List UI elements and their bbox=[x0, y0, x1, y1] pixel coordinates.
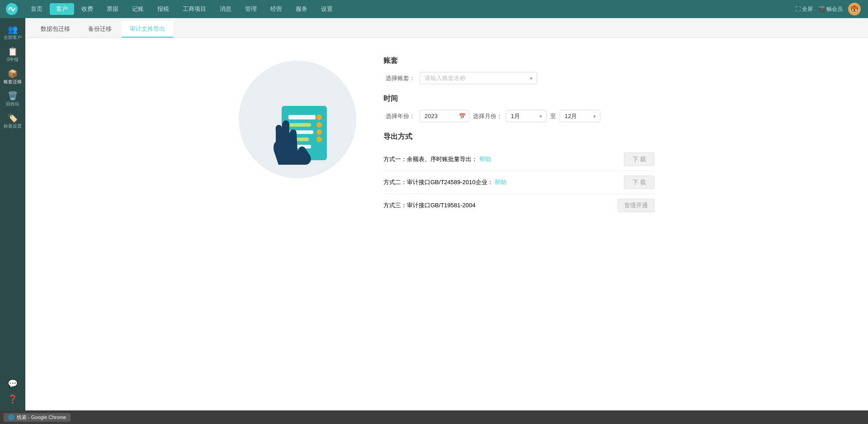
all-customers-icon: 👥 bbox=[8, 25, 18, 33]
nav-manage[interactable]: 管理 bbox=[239, 3, 263, 15]
nav-operation[interactable]: 经营 bbox=[264, 3, 288, 15]
member-icon: 🎬 bbox=[818, 6, 825, 12]
nav-service[interactable]: 服务 bbox=[289, 3, 314, 15]
account-label: 选择账套： bbox=[383, 74, 415, 82]
export-method-3-text: 方式三：审计接口GB/T19581-2004 bbox=[383, 202, 476, 209]
account-section-title: 账套 bbox=[383, 56, 655, 66]
sidebar: 👥 全部客户 📋 0申报 📦 账套迁移 🗑️ 回收站 🏷️ 标签设置 💬 ❓ bbox=[0, 18, 25, 410]
account-migrate-icon: 📦 bbox=[8, 70, 18, 78]
svg-point-8 bbox=[316, 122, 322, 128]
nav-bookkeeping[interactable]: 记账 bbox=[126, 3, 150, 15]
tab-audit-export[interactable]: 审计文件导出 bbox=[122, 21, 173, 38]
top-nav-right: ⛶ 全屏 🎬 畅会员 🐯 bbox=[795, 3, 861, 15]
export-method-2: 方式二：审计接口GB/T24589-2010企业： 帮助 下 载 bbox=[383, 171, 655, 194]
sidebar-item-zero-declare[interactable]: 📋 0申报 bbox=[0, 44, 25, 66]
nav-invoice[interactable]: 票据 bbox=[100, 3, 125, 15]
export-section-title: 导出方式 bbox=[383, 132, 655, 142]
nav-business[interactable]: 工商项目 bbox=[176, 3, 212, 15]
tab-backup-migrate[interactable]: 备份迁移 bbox=[80, 21, 120, 38]
time-row: 📅 选择月份： 1月2月3月 4月5月6月 7月8月9月 10月11月12月 bbox=[420, 110, 600, 122]
nav-fee[interactable]: 收费 bbox=[75, 3, 99, 15]
account-select-wrap: ▼ bbox=[420, 72, 537, 84]
chrome-icon: 🌐 bbox=[8, 414, 14, 420]
fullscreen-icon: ⛶ bbox=[795, 6, 801, 12]
export-method-2-text: 方式二：审计接口GB/T24589-2010企业： bbox=[383, 179, 493, 186]
time-section-title: 时间 bbox=[383, 94, 655, 104]
avatar[interactable]: 🐯 bbox=[848, 3, 861, 15]
taskbar: 🌐 线索 - Google Chrome bbox=[0, 410, 868, 424]
illustration-circle bbox=[239, 61, 356, 178]
sidebar-item-account-migrate[interactable]: 📦 账套迁移 bbox=[0, 66, 25, 88]
export-method-1-text: 方式一：余额表、序时账批量导出： bbox=[383, 156, 477, 162]
year-label: 选择年份： bbox=[383, 112, 415, 120]
main-layout: 👥 全部客户 📋 0申报 📦 账套迁移 🗑️ 回收站 🏷️ 标签设置 💬 ❓ bbox=[0, 18, 868, 410]
export-section: 导出方式 方式一：余额表、序时账批量导出： 帮助 下 载 方式二：审计接口GB/… bbox=[383, 132, 655, 217]
nav-message[interactable]: 消息 bbox=[213, 3, 238, 15]
month-label: 选择月份： bbox=[473, 112, 502, 120]
export-method-3-label: 方式三：审计接口GB/T19581-2004 bbox=[383, 201, 476, 210]
label-settings-icon: 🏷️ bbox=[8, 114, 18, 122]
form-area: 账套 选择账套： ▼ 时间 选择年份： bbox=[383, 52, 655, 227]
sidebar-item-recycle[interactable]: 🗑️ 回收站 bbox=[0, 88, 25, 110]
taskbar-item-label: 线索 - Google Chrome bbox=[17, 414, 66, 421]
member-btn[interactable]: 🎬 畅会员 bbox=[818, 5, 843, 13]
chat-icon: 💬 bbox=[8, 380, 18, 388]
month-start-select[interactable]: 1月2月3月 4月5月6月 7月8月9月 10月11月12月 bbox=[506, 110, 547, 122]
svg-rect-3 bbox=[288, 123, 311, 127]
illustration-svg bbox=[257, 74, 338, 165]
month-end-wrap: 1月2月3月 4月5月6月 7月8月9月 10月11月12月 ▼ bbox=[560, 110, 600, 122]
svg-point-7 bbox=[316, 114, 322, 120]
zero-declare-icon: 📋 bbox=[8, 48, 18, 56]
nav-home[interactable]: 首页 bbox=[24, 3, 49, 15]
sidebar-item-label-settings[interactable]: 🏷️ 标签设置 bbox=[0, 110, 25, 133]
month-end-select[interactable]: 1月2月3月 4月5月6月 7月8月9月 10月11月12月 bbox=[560, 110, 600, 122]
time-section: 时间 选择年份： 📅 选择月份： 1月2月3月 bbox=[383, 94, 655, 122]
svg-point-9 bbox=[316, 129, 322, 135]
sidebar-item-all-customers[interactable]: 👥 全部客户 bbox=[0, 22, 25, 44]
sidebar-item-chat[interactable]: 💬 bbox=[0, 376, 25, 391]
year-input-wrap: 📅 bbox=[420, 110, 469, 122]
help-icon: ❓ bbox=[8, 395, 18, 403]
sidebar-bottom: 💬 ❓ bbox=[0, 376, 25, 407]
page-content: 账套 选择账套： ▼ 时间 选择年份： bbox=[25, 38, 868, 410]
export-method-1-download-btn[interactable]: 下 载 bbox=[624, 152, 655, 166]
export-method-2-download-btn[interactable]: 下 载 bbox=[624, 176, 655, 189]
export-method-1-label: 方式一：余额表、序时账批量导出： 帮助 bbox=[383, 155, 491, 163]
to-text: 至 bbox=[550, 112, 556, 120]
sidebar-item-help[interactable]: ❓ bbox=[0, 391, 25, 407]
month-start-wrap: 1月2月3月 4月5月6月 7月8月9月 10月11月12月 ▼ bbox=[506, 110, 547, 122]
fullscreen-btn[interactable]: ⛶ 全屏 bbox=[795, 5, 813, 13]
nav-settings[interactable]: 设置 bbox=[315, 3, 339, 15]
year-input[interactable] bbox=[420, 110, 469, 122]
account-section: 账套 选择账套： ▼ bbox=[383, 56, 655, 84]
export-method-2-help-link[interactable]: 帮助 bbox=[495, 179, 506, 186]
export-method-1: 方式一：余额表、序时账批量导出： 帮助 下 载 bbox=[383, 148, 655, 171]
account-form-row: 选择账套： ▼ bbox=[383, 72, 655, 84]
taskbar-chrome-item[interactable]: 🌐 线索 - Google Chrome bbox=[4, 413, 71, 422]
content-area: 数据包迁移 备份迁移 审计文件导出 bbox=[25, 18, 868, 410]
time-form-row: 选择年份： 📅 选择月份： 1月2月3月 4月5月6月 bbox=[383, 110, 655, 122]
recycle-icon: 🗑️ bbox=[8, 92, 18, 100]
nav-customer[interactable]: 客户 bbox=[50, 3, 74, 15]
tab-data-migrate[interactable]: 数据包迁移 bbox=[33, 21, 78, 38]
top-nav: 首页 客户 收费 票据 记账 报税 工商项目 消息 管理 经营 服务 设置 ⛶ … bbox=[0, 0, 868, 18]
export-method-3: 方式三：审计接口GB/T19581-2004 暂缓开通 bbox=[383, 194, 655, 217]
export-method-3-open-btn[interactable]: 暂缓开通 bbox=[618, 199, 655, 212]
account-input[interactable] bbox=[420, 72, 537, 84]
nav-tax[interactable]: 报税 bbox=[151, 3, 175, 15]
illustration-area bbox=[239, 61, 356, 178]
export-method-2-label: 方式二：审计接口GB/T24589-2010企业： 帮助 bbox=[383, 178, 506, 186]
svg-point-10 bbox=[316, 137, 322, 142]
nav-items: 首页 客户 收费 票据 记账 报税 工商项目 消息 管理 经营 服务 设置 bbox=[24, 3, 795, 15]
tabs-bar: 数据包迁移 备份迁移 审计文件导出 bbox=[25, 18, 868, 38]
logo[interactable] bbox=[4, 1, 20, 17]
export-method-1-help-link[interactable]: 帮助 bbox=[479, 156, 491, 162]
svg-rect-2 bbox=[288, 115, 316, 119]
